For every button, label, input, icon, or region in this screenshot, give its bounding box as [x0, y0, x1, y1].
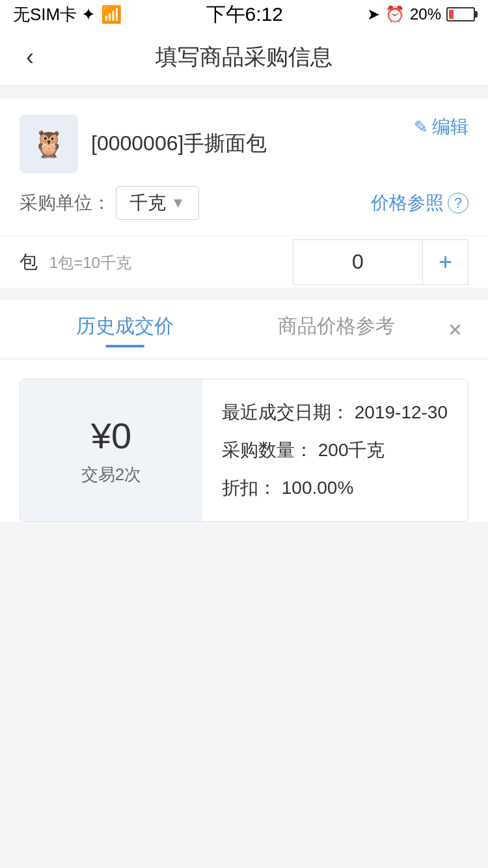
nav-bar: ‹ 填写商品采购信息: [0, 29, 488, 86]
location-icon: ➤: [367, 5, 380, 23]
recent-date-value: 2019-12-30: [355, 402, 448, 422]
alarm-icon: ⏰: [385, 5, 405, 23]
quantity-label-section: 包 1包=10千克: [20, 250, 131, 275]
tab-price-reference-label: 商品价格参考: [278, 315, 395, 336]
page-title: 填写商品采购信息: [156, 42, 332, 72]
dropdown-arrow-icon: ▼: [171, 195, 185, 211]
quantity-unit-info: 1包=10千克: [49, 254, 131, 271]
product-left: 🦉 [0000006]手撕面包: [20, 115, 267, 173]
discount-label: 折扣：: [222, 478, 277, 498]
product-name: [0000006]手撕面包: [91, 129, 267, 158]
product-header: 🦉 [0000006]手撕面包 ✎ 编辑: [20, 115, 468, 173]
product-thumbnail: 🦉: [20, 115, 78, 173]
status-bar: 无SIM卡 ✦ 📶 下午6:12 ➤ ⏰ 20%: [0, 0, 488, 29]
main-content: 🦉 [0000006]手撕面包 ✎ 编辑 采购单位： 千克 ▼ 价格参照 ?: [0, 99, 488, 868]
quantity-row: 包 1包=10千克 0 +: [0, 236, 488, 288]
edit-button[interactable]: ✎ 编辑: [414, 115, 468, 139]
recent-date-label: 最近成交日期：: [222, 402, 349, 422]
quantity-value: 0: [352, 250, 364, 274]
price-ref-label: 价格参照: [371, 191, 444, 215]
status-left: 无SIM卡 ✦ 📶: [13, 3, 122, 26]
tabs-container: 历史成交价 商品价格参考 × ¥0 交易2次 最近成交日期： 2019-12-3…: [0, 301, 488, 522]
product-unit-row: 采购单位： 千克 ▼ 价格参照 ?: [20, 186, 468, 220]
discount-value: 100.00%: [282, 478, 354, 498]
battery-icon: [446, 7, 475, 21]
unit-value: 千克: [129, 191, 166, 215]
carrier-text: 无SIM卡 ✦: [13, 3, 96, 26]
status-time: 下午6:12: [206, 1, 283, 28]
history-card-right: 最近成交日期： 2019-12-30 采购数量： 200千克 折扣： 100.0…: [202, 379, 468, 521]
unit-label: 采购单位：: [20, 193, 111, 213]
quantity-controls: 0 +: [293, 239, 468, 285]
history-trade-count: 交易2次: [81, 463, 141, 486]
price-reference-button[interactable]: 价格参照 ?: [371, 191, 468, 215]
purchase-qty-row: 采购数量： 200千克: [222, 437, 448, 464]
help-icon: ?: [448, 193, 468, 213]
status-right: ➤ ⏰ 20%: [367, 5, 475, 23]
quantity-unit-label: 包: [20, 252, 38, 272]
recent-date-row: 最近成交日期： 2019-12-30: [222, 399, 448, 426]
unit-select[interactable]: 千克 ▼: [116, 186, 199, 220]
product-card: 🦉 [0000006]手撕面包 ✎ 编辑 采购单位： 千克 ▼ 价格参照 ?: [0, 99, 488, 236]
quantity-input[interactable]: 0: [293, 239, 423, 285]
price-value: 0: [111, 415, 131, 456]
product-image-icon: 🦉: [33, 129, 65, 159]
tab-history-price[interactable]: 历史成交价: [20, 313, 230, 346]
edit-label: 编辑: [432, 115, 468, 139]
unit-section: 采购单位： 千克 ▼: [20, 186, 199, 220]
tab-close-button[interactable]: ×: [442, 316, 468, 344]
edit-icon: ✎: [414, 117, 428, 137]
tabs-header: 历史成交价 商品价格参考 ×: [0, 301, 488, 359]
discount-row: 折扣： 100.00%: [222, 474, 448, 502]
currency-symbol: ¥: [91, 415, 111, 456]
battery-text: 20%: [410, 5, 441, 23]
history-price: ¥0: [91, 414, 131, 457]
purchase-qty-value: 200千克: [318, 440, 385, 460]
purchase-qty-label: 采购数量：: [222, 440, 313, 460]
back-button[interactable]: ‹: [20, 37, 40, 77]
tab-price-reference[interactable]: 商品价格参考: [230, 313, 441, 346]
history-card-left: ¥0 交易2次: [20, 379, 202, 521]
quantity-plus-button[interactable]: +: [423, 239, 468, 285]
tab-history-price-label: 历史成交价: [76, 315, 174, 336]
wifi-icon: 📶: [101, 5, 122, 25]
history-card: ¥0 交易2次 最近成交日期： 2019-12-30 采购数量： 200千克 折…: [20, 379, 468, 522]
